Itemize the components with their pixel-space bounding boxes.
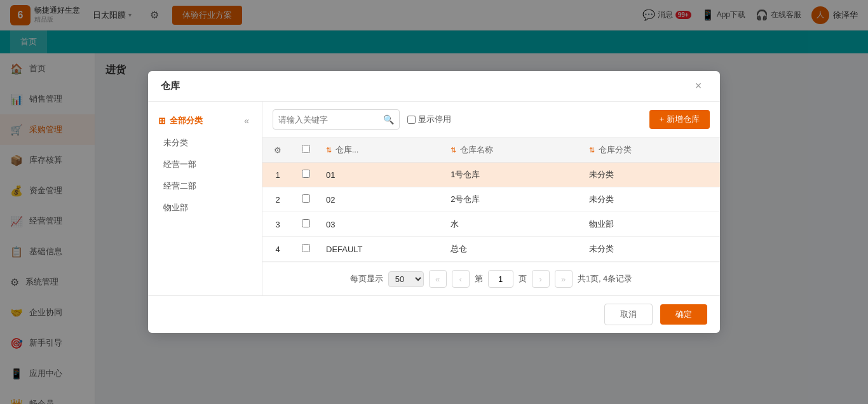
row-name: 2号仓库 (443, 187, 581, 212)
modal-body: ⊞ 全部分类 « 未分类 经营一部 经营二部 物业部 🔍 (148, 102, 720, 295)
table-row[interactable]: 1 01 1号仓库 未分类 (262, 163, 720, 187)
show-disabled-checkbox[interactable] (407, 116, 416, 124)
search-icon: 🔍 (383, 114, 394, 125)
category-item-dept2[interactable]: 经营二部 (148, 175, 262, 197)
modal-overlay: 仓库 × ⊞ 全部分类 « 未分类 经营一部 经营二部 物业部 (0, 0, 868, 404)
search-box: 🔍 (273, 109, 400, 130)
row-check (293, 187, 318, 212)
page-total: 共1页, 4条记录 (578, 273, 633, 285)
add-warehouse-button[interactable]: + 新增仓库 (649, 110, 710, 129)
table-panel: 🔍 显示停用 + 新增仓库 ⚙ (262, 102, 720, 295)
row-check (293, 212, 318, 237)
row-checkbox[interactable] (302, 244, 310, 252)
table-wrap: ⚙ ⇅ 仓库... ⇅ (262, 138, 720, 262)
row-category: 物业部 (581, 212, 720, 237)
th-code: ⇅ 仓库... (318, 138, 443, 163)
pagination: 每页显示 50 100 « ‹ 第 页 › » 共1页, 4条记录 (262, 262, 720, 295)
category-item-unclassified[interactable]: 未分类 (148, 132, 262, 154)
row-checkbox[interactable] (302, 170, 310, 178)
row-code: 01 (318, 163, 443, 187)
modal-header: 仓库 × (148, 71, 720, 102)
settings-gear-icon: ⚙ (274, 145, 281, 155)
table-row[interactable]: 4 DEFAULT 总仓 未分类 (262, 237, 720, 262)
first-page-button[interactable]: « (429, 270, 447, 288)
category-panel: ⊞ 全部分类 « 未分类 经营一部 经营二部 物业部 (148, 102, 262, 295)
th-name: ⇅ 仓库名称 (443, 138, 581, 163)
table-row[interactable]: 2 02 2号仓库 未分类 (262, 187, 720, 212)
collapse-button[interactable]: « (241, 114, 252, 127)
th-category: ⇅ 仓库分类 (581, 138, 720, 163)
search-input[interactable] (278, 115, 383, 125)
last-page-button[interactable]: » (555, 270, 573, 288)
category-title: 全部分类 (170, 115, 203, 126)
row-name: 总仓 (443, 237, 581, 262)
row-num: 2 (262, 187, 293, 212)
row-checkbox[interactable] (302, 194, 310, 203)
page-label-pre: 第 (475, 273, 483, 285)
cancel-button[interactable]: 取消 (604, 304, 653, 325)
category-item-property[interactable]: 物业部 (148, 197, 262, 219)
per-page-label: 每页显示 (350, 273, 383, 285)
row-num: 1 (262, 163, 293, 187)
select-all-checkbox[interactable] (302, 145, 310, 153)
table-header-row: ⚙ ⇅ 仓库... ⇅ (262, 138, 720, 163)
page-number-input[interactable] (488, 270, 513, 288)
prev-page-button[interactable]: ‹ (452, 270, 470, 288)
modal-close-button[interactable]: × (689, 77, 707, 95)
row-code: 03 (318, 212, 443, 237)
row-num: 4 (262, 237, 293, 262)
per-page-select[interactable]: 50 100 (388, 271, 424, 287)
next-page-button[interactable]: › (532, 270, 550, 288)
category-item-dept1[interactable]: 经营一部 (148, 154, 262, 175)
th-check (293, 138, 318, 163)
row-name: 1号仓库 (443, 163, 581, 187)
modal-title: 仓库 (161, 80, 180, 92)
table-toolbar: 🔍 显示停用 + 新增仓库 (262, 102, 720, 138)
row-check (293, 163, 318, 187)
modal-footer: 取消 确定 (148, 295, 720, 333)
row-category: 未分类 (581, 163, 720, 187)
th-settings: ⚙ (262, 138, 293, 163)
warehouse-modal: 仓库 × ⊞ 全部分类 « 未分类 经营一部 经营二部 物业部 (148, 71, 720, 333)
row-num: 3 (262, 212, 293, 237)
show-disabled-label[interactable]: 显示停用 (407, 114, 451, 125)
row-category: 未分类 (581, 237, 720, 262)
page-label-post: 页 (519, 273, 527, 285)
row-code: DEFAULT (318, 237, 443, 262)
row-code: 02 (318, 187, 443, 212)
row-name: 水 (443, 212, 581, 237)
row-category: 未分类 (581, 187, 720, 212)
warehouse-table: ⚙ ⇅ 仓库... ⇅ (262, 138, 720, 262)
show-disabled-text: 显示停用 (418, 114, 451, 125)
category-header[interactable]: ⊞ 全部分类 « (148, 109, 262, 132)
row-check (293, 237, 318, 262)
row-checkbox[interactable] (302, 219, 310, 227)
grid-icon: ⊞ (158, 116, 166, 126)
table-row[interactable]: 3 03 水 物业部 (262, 212, 720, 237)
confirm-button[interactable]: 确定 (660, 304, 707, 325)
